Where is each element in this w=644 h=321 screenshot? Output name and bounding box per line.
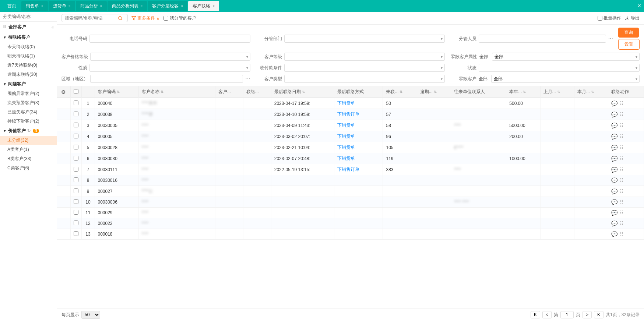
sidebar-item-tomorrow-pending[interactable]: 明天待联络(1) [0,52,57,61]
sort-icon[interactable]: ⇅ [591,90,594,94]
close-icon[interactable]: × [100,4,102,8]
nav-tab-customer-contact[interactable]: 客户联络 × [188,1,219,11]
close-icon[interactable]: × [141,4,143,8]
row-checkbox[interactable] [74,145,78,149]
nav-tab-customer-segment[interactable]: 客户分层经客 × [148,1,187,11]
cell-last-way[interactable] [334,197,383,208]
sort-icon[interactable]: ⇅ [434,90,437,94]
page-number-input[interactable] [560,311,574,318]
row-checkbox[interactable] [74,231,78,236]
contact-icon[interactable]: 💬 [611,112,617,117]
filter-select-status[interactable] [479,64,640,72]
filter-input-region[interactable] [90,75,243,83]
reset-button[interactable]: 设置 [618,39,640,50]
filter-select-payment[interactable] [284,64,445,72]
sidebar-item-churn-warning[interactable]: 流失预警客户(3) [0,98,57,107]
prev-page-button[interactable]: < [542,311,552,318]
contact-icon[interactable]: 💬 [611,231,617,237]
row-checkbox[interactable] [74,167,78,172]
cell-last-way[interactable]: 下销货单 [334,98,383,109]
cell-last-way[interactable]: 下销货单 [334,153,383,164]
more-icon[interactable]: ⠿ [620,188,623,194]
cell-last-way[interactable] [334,208,383,218]
contact-way-link[interactable]: 下销售订单 [337,112,359,117]
cell-check[interactable] [70,153,81,164]
sort-icon[interactable]: ⇅ [302,90,305,94]
first-page-button[interactable]: K [531,311,540,318]
contact-icon[interactable]: 💬 [611,145,617,151]
more-icon[interactable]: ⠿ [620,231,623,237]
cell-check[interactable] [70,98,81,109]
cell-check[interactable] [70,229,81,240]
contact-way-link[interactable]: 下销货单 [337,123,355,128]
sidebar-group-value[interactable]: ▼ 价值客户 ↻ R [0,126,57,136]
more-icon[interactable]: ⠿ [620,145,623,151]
filter-select-customer-level[interactable] [284,53,445,61]
contact-icon[interactable]: 💬 [611,177,617,183]
region-more-button[interactable]: ··· [245,75,250,82]
more-icon[interactable]: ⠿ [620,167,623,173]
contact-icon[interactable]: 💬 [611,123,617,128]
more-icon[interactable]: ⠿ [620,156,623,162]
row-checkbox[interactable] [74,112,78,116]
cell-last-way[interactable]: 下销货单 [334,131,383,142]
contact-icon[interactable]: 💬 [611,210,617,216]
nav-tab-product-analysis[interactable]: 商品分析 × [76,1,107,11]
sidebar-item-today-pending[interactable]: 今天待联络(0) [0,42,57,52]
close-icon[interactable]: × [181,4,183,8]
all-customers-header[interactable]: ⠿ 全部客户 « [0,22,57,32]
sidebar-item-overdue-pending[interactable]: 逾期未联络(30) [0,70,57,79]
sidebar-group-pending[interactable]: ▼ 待联络客户 [0,32,57,42]
sidebar-group-problem[interactable]: ▼ 问题客户 [0,79,57,89]
row-checkbox[interactable] [74,188,78,193]
contact-icon[interactable]: 💬 [611,221,617,226]
my-customers-checkbox[interactable]: 我分管的客户 [163,15,196,21]
cell-last-way[interactable]: 下销售订单 [334,164,383,175]
settings-icon[interactable]: ⚙ [61,89,66,95]
cell-check[interactable] [70,186,81,197]
row-checkbox[interactable] [74,221,78,225]
contact-way-link[interactable]: 下销货单 [337,134,355,139]
close-icon[interactable]: × [212,4,215,8]
close-icon[interactable]: × [41,4,43,8]
row-checkbox[interactable] [74,100,78,105]
nav-tab-purchase[interactable]: 进货单 × [49,1,75,11]
cell-check[interactable] [70,164,81,175]
cell-check[interactable] [70,175,81,186]
cell-check[interactable] [70,131,81,142]
col-header-gear[interactable]: ⚙ [57,86,70,98]
row-checkbox[interactable] [74,210,78,215]
cell-check[interactable] [70,120,81,131]
contact-way-link[interactable]: 下销货单 [337,156,355,161]
contact-icon[interactable]: 💬 [611,188,617,194]
row-checkbox[interactable] [74,177,78,182]
contact-icon[interactable]: 💬 [611,100,617,106]
row-checkbox[interactable] [74,156,78,160]
filter-input-manager[interactable] [479,35,606,43]
cell-last-way[interactable]: 下销售订单 [334,109,383,120]
sort-icon[interactable]: ⇅ [117,90,120,94]
sidebar-item-declining[interactable]: 持续下滑客户(2) [0,117,57,126]
batch-checkbox[interactable] [598,16,602,21]
sidebar-item-abnormal[interactable]: 囤购异常客户(2) [0,89,57,98]
contact-icon[interactable]: 💬 [611,134,617,140]
filter-input-phone[interactable] [89,35,250,43]
more-icon[interactable]: ⠿ [620,177,623,183]
contact-icon[interactable]: 💬 [611,199,617,205]
sort-icon[interactable]: ⇅ [161,90,163,94]
page-size-select[interactable]: 50 100 200 [81,311,100,319]
export-button[interactable]: 导出 [625,15,640,21]
sidebar-item-class-a[interactable]: A类客户(1) [0,145,57,154]
row-checkbox[interactable] [74,199,78,204]
filter-select-retail-attr[interactable]: 全部 [492,53,640,61]
close-all-button[interactable]: × [638,3,641,9]
select-all-checkbox[interactable] [74,89,78,94]
cell-last-way[interactable] [334,175,383,186]
row-checkbox[interactable] [74,134,78,138]
cell-last-way[interactable]: 下销货单 [334,120,383,131]
manager-more-button[interactable]: ··· [608,35,613,42]
next-page-button[interactable]: > [583,311,592,318]
sidebar-item-class-c[interactable]: C类客户(6) [0,163,57,173]
sidebar-search-input[interactable] [3,14,57,19]
sidebar-item-7day-pending[interactable]: 近7天待联络(0) [0,61,57,70]
